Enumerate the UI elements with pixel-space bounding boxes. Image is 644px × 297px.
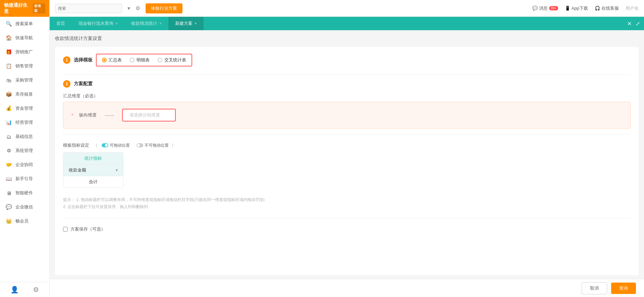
trial-button[interactable]: 体验行业方案: [146, 3, 182, 13]
sidebar-item-purchase[interactable]: 🛍采购管理: [0, 73, 49, 87]
save-section: 方案保存（可选）: [63, 226, 631, 232]
sidebar-item-operations[interactable]: 📊经营管理: [0, 115, 49, 130]
fixed-tag: 不可拖动位置: [137, 143, 169, 148]
message-badge: 99+: [549, 6, 558, 10]
tab-bank-flow[interactable]: 现金银行流水查询 ×: [72, 17, 124, 30]
sidebar-label-system: 系统管理: [15, 148, 33, 154]
dropdown-icon[interactable]: ▾: [127, 5, 130, 11]
sidebar-icon-system: ⚙: [5, 148, 12, 154]
download-label: App下载: [572, 5, 588, 11]
tabs-controls: ✕ ⤢: [623, 17, 644, 30]
radio-cross-dot: [158, 58, 162, 62]
divider3: [63, 218, 631, 218]
sidebar-item-inventory[interactable]: 📦库存核算: [0, 87, 49, 101]
service-icon: 🎧: [595, 6, 600, 11]
required-mark: *: [71, 113, 73, 118]
sidebar-label-corp: 企业协同: [15, 162, 33, 168]
metrics-cell-amount[interactable]: 收款金额 ▾: [63, 164, 123, 176]
radio-cross[interactable]: 交叉统计表: [158, 57, 186, 63]
tab-bank-flow-label: 现金银行流水查询: [78, 20, 113, 27]
movable-label: 可拖动位置: [110, 143, 130, 148]
page-title: 收款情况统计方案设置: [55, 36, 639, 42]
save-checkbox[interactable]: [63, 227, 68, 232]
tab-new-plan-label: 新建方案: [175, 20, 193, 27]
sidebar-item-search-menu[interactable]: 🔍搜索菜单: [0, 17, 49, 31]
tab-collection-stats[interactable]: 收款情况统计 ×: [124, 17, 168, 30]
sidebar-icon-member: 👑: [5, 218, 12, 224]
sidebar-footer-icon2[interactable]: ⚙: [33, 286, 39, 294]
tab-home[interactable]: 首页: [50, 17, 72, 30]
radio-summary-label: 汇总表: [109, 57, 122, 63]
fixed-indicator: [137, 143, 143, 147]
sidebar-label-operations: 经营管理: [15, 119, 33, 126]
dimension-select[interactable]: 请选择分组维度: [122, 109, 176, 121]
movable-indicator: [102, 143, 108, 147]
tab-new-plan[interactable]: 新建方案 ×: [168, 17, 204, 30]
search-input[interactable]: [55, 4, 122, 13]
sidebar-icon-corp: 🤝: [5, 162, 12, 168]
sidebar-item-corp[interactable]: 🤝企业协同: [0, 158, 49, 172]
sidebar-icon-smart-hw: 🖥: [5, 190, 12, 196]
sidebar-icon-purchase: 🛍: [5, 78, 12, 83]
metrics-label: 模板指标设定: [63, 142, 89, 148]
header: ▾ ⚙ 体验行业方案 💬 消息 99+ 📱 App下载 🎧 在线客服 用户名: [50, 0, 644, 17]
tips-block: 提示： 1. 拖动标题栏可以调整布局，不可跨维度或指标区域拖动栏目字段(只能在同…: [63, 197, 631, 210]
sidebar-item-quick-nav[interactable]: 🏠快速导航: [0, 31, 49, 45]
sidebar-icon-basic-info: 🗂: [5, 134, 12, 140]
dimension-title: 汇总维度（必选）: [63, 93, 631, 99]
gear-icon[interactable]: ⚙: [136, 5, 140, 11]
row-label: 纵向维度: [79, 112, 97, 118]
radio-detail[interactable]: 明细表: [130, 57, 150, 63]
sidebar-item-member[interactable]: 👑畅会员: [0, 214, 49, 228]
sidebar-item-smart-hw[interactable]: 🖥智能硬件: [0, 186, 49, 200]
user-name: 用户名: [626, 5, 639, 11]
message-icon: 💬: [532, 6, 538, 11]
radio-detail-label: 明细表: [137, 57, 150, 63]
sidebar-label-finance: 资金管理: [15, 105, 33, 111]
download-button[interactable]: 📱 App下载: [565, 5, 588, 11]
message-button[interactable]: 💬 消息 99+: [532, 5, 558, 11]
sidebar-item-guide[interactable]: 📖新手引导: [0, 172, 49, 186]
query-button[interactable]: 查询: [611, 283, 636, 294]
tab-close-all-icon[interactable]: ✕: [627, 20, 632, 27]
sidebar-item-wechat[interactable]: 💬企业微信: [0, 200, 49, 214]
step2-title: 方案配置: [74, 81, 93, 87]
sidebar-label-quick-nav: 快速导航: [15, 35, 33, 41]
sidebar-item-finance[interactable]: 💰资金管理: [0, 101, 49, 115]
sidebar-item-system[interactable]: ⚙系统管理: [0, 144, 49, 158]
sidebar-label-basic-info: 基础信息: [15, 134, 33, 140]
sidebar-item-basic-info[interactable]: 🗂基础信息: [0, 130, 49, 144]
chevron-down-icon: ▾: [116, 168, 118, 172]
sidebar-footer-icon1[interactable]: 👤: [10, 286, 19, 294]
radio-summary[interactable]: 汇总表: [102, 57, 122, 63]
dimension-block: 汇总维度（必选） * 纵向维度 —— 请选择分组维度: [63, 93, 631, 129]
sidebar-label-marketing: 营销推广: [15, 49, 33, 55]
step1-title: 选择模板: [74, 57, 93, 63]
hint-separator: （: [93, 142, 98, 148]
tab-bank-flow-close[interactable]: ×: [115, 21, 118, 26]
sidebar: 畅捷通好生意 标准版 🔍搜索菜单🏠快速导航🎁营销推广📋销售管理🛍采购管理📦库存核…: [0, 0, 50, 297]
message-label: 消息: [539, 5, 548, 11]
tab-maximize-icon[interactable]: ⤢: [636, 20, 640, 27]
metrics-table-header: 统计指标: [63, 153, 123, 164]
sidebar-label-purchase: 采购管理: [15, 77, 33, 83]
sidebar-icon-wechat: 💬: [5, 204, 12, 210]
metrics-block: 模板指标设定 （ 可拖动位置 不可拖动位置 ） 统计指标 收款金额: [63, 142, 631, 189]
app-logo: 畅捷通好生意 标准版: [0, 0, 49, 17]
tab-collection-stats-close[interactable]: ×: [159, 21, 162, 26]
divider2: [63, 134, 631, 134]
fixed-label: 不可拖动位置: [145, 143, 169, 148]
service-button[interactable]: 🎧 在线客服: [595, 5, 619, 11]
sidebar-label-smart-hw: 智能硬件: [15, 190, 33, 196]
footer-bar: 取消 查询: [50, 279, 644, 297]
sidebar-label-guide: 新手引导: [15, 176, 33, 182]
main-content: 收款情况统计方案设置 1 选择模板 汇总表 明细表: [50, 30, 644, 297]
cancel-button[interactable]: 取消: [582, 282, 607, 294]
content-card: 1 选择模板 汇总表 明细表 交叉统计表: [55, 47, 639, 275]
tab-new-plan-close[interactable]: ×: [195, 21, 197, 26]
sidebar-item-marketing[interactable]: 🎁营销推广: [0, 45, 49, 59]
step1-badge: 1: [63, 56, 70, 64]
metrics-cell-label: 收款金额: [69, 167, 86, 173]
metrics-hint-row: 模板指标设定 （ 可拖动位置 不可拖动位置 ）: [63, 142, 631, 148]
sidebar-item-sales[interactable]: 📋销售管理: [0, 59, 49, 73]
